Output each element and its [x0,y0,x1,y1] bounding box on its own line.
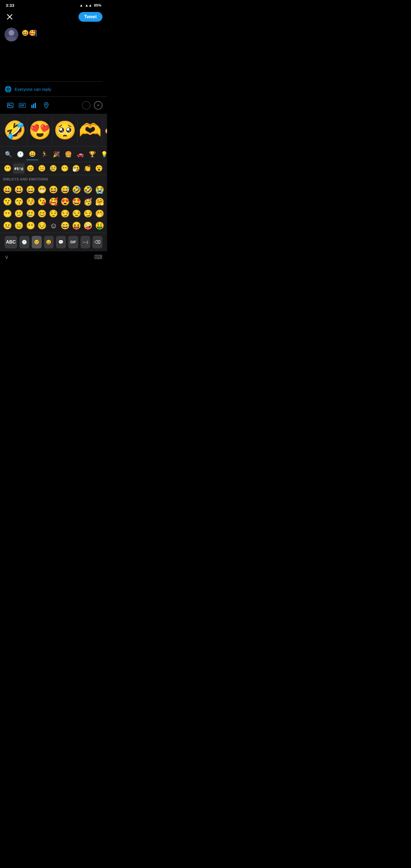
featured-emoji-1[interactable]: 🤣 [2,118,27,143]
emoji-cell[interactable]: 🤣 [82,184,94,195]
emoji-cell[interactable]: 🤪 [82,220,94,231]
recent-emoji-4[interactable]: 😑 [36,163,48,174]
emoji-cell[interactable]: 😭 [94,184,105,195]
recent-emoji-2[interactable]: #$!@ [13,163,25,174]
gif-icon[interactable]: GIF [17,100,28,111]
recent-emoji-row: 😶 #$!@ 😐 😑 😢 😶 🤧 👏 😮 [0,162,107,175]
emoji-cell[interactable]: 😙 [13,195,25,208]
svg-rect-11 [35,103,36,108]
compose-text-area[interactable]: 😆🥰 [22,28,102,78]
svg-text:GIF: GIF [20,104,25,107]
status-bar: 3:33 ▲ ▲▲ 95% [0,0,107,9]
emoji-cell[interactable]: 😃 [13,184,25,195]
featured-emoji-3[interactable]: 🥺 [53,118,77,143]
add-content-button[interactable]: + [94,101,102,110]
emoji-cell[interactable]: 😀 [2,184,13,195]
poll-icon[interactable] [29,100,40,111]
emoji-cell[interactable]: 🙂 [13,208,25,220]
featured-emoji-5[interactable]: 🐵 [103,118,107,143]
emoji-cell[interactable]: 😏 [59,208,71,220]
featured-emoji-4[interactable]: 🫶 [77,118,103,143]
animoji-keyboard-button[interactable]: 💬 [56,236,66,248]
avatar [5,28,18,41]
emoji-tab-symbols[interactable]: 💡 [98,148,107,160]
emoji-cell[interactable]: 😄 [59,220,71,231]
location-icon[interactable] [40,100,52,111]
chevron-down-icon[interactable]: ∨ [5,253,9,260]
emoji-cell[interactable]: 🥰 [48,195,59,208]
reply-setting[interactable]: 🌐 Everyone can reply [0,82,107,97]
sticker-keyboard-button[interactable]: 😀 [44,236,54,248]
emoji-cell[interactable]: 🥲 [25,208,36,220]
emoji-cell[interactable]: 😶 [25,220,36,231]
emoji-cell[interactable]: 😔 [36,220,48,231]
emoji-cell[interactable]: 🤣 [71,184,82,195]
emoji-cell[interactable]: 😚 [25,195,36,208]
emoji-tab-food[interactable]: 🍔 [62,148,74,160]
emoji-section-label: SMILEYS AND EMOTIONS [0,175,107,182]
emoji-cell[interactable]: 🥳 [82,195,94,208]
featured-emoji-2[interactable]: 😍 [27,118,53,143]
emoji-cell[interactable]: 🤩 [71,195,82,208]
recent-emoji-7[interactable]: 🤧 [70,163,82,174]
emoji-cell[interactable]: 😝 [71,220,82,231]
battery-icon: 95% [94,3,101,7]
emoji-cell[interactable]: 😆 [48,184,59,195]
emoticon-keyboard-button[interactable]: :—) [81,236,91,248]
recent-emoji-keyboard-button[interactable]: 🕐 [20,236,29,248]
emoji-cell[interactable]: 😌 [48,208,59,220]
emoji-cell[interactable]: 🤗 [94,195,105,208]
abc-keyboard-button[interactable]: ABC [5,236,17,248]
emoji-keyboard-button[interactable]: 😊 [32,236,42,248]
emoji-cell[interactable]: 😄 [25,184,36,195]
emoji-cell[interactable]: 😍 [59,195,71,208]
emoji-cell[interactable]: 😗 [2,195,13,208]
keyboard-icon[interactable]: ⌨ [94,253,102,260]
emoji-cell[interactable]: ☺️ [48,220,59,231]
recent-emoji-5[interactable]: 😢 [48,163,59,174]
svg-point-3 [8,30,14,36]
emoji-tab-travel[interactable]: 🚗 [74,148,86,160]
emoji-tab-recent[interactable]: 🕐 [14,148,26,160]
emoji-tab-activities[interactable]: 🎉 [50,148,62,160]
recent-emoji-9[interactable]: 😮 [93,163,104,174]
emoji-grid: 😀 😃 😄 😁 😆 😅 🤣 🤣 😭 😗 😙 😚 😘 🥰 😍 🤩 🥳 🤗 😶 🙂 … [0,182,107,233]
time: 3:33 [6,3,14,8]
globe-icon: 🌐 [5,86,12,93]
emoji-cell[interactable]: 😐 [2,220,13,231]
close-button[interactable] [5,12,15,22]
tweet-button[interactable]: Tweet [78,12,102,22]
text-cursor [36,30,36,36]
emoji-tab-objects[interactable]: 🏆 [86,148,98,160]
keyboard-bottom-bar: ABC 🕐 😊 😀 💬 GIF :—) ⌫ [0,233,107,251]
emoji-cell[interactable]: 😏 [82,208,94,220]
svg-rect-10 [33,104,34,108]
recent-emoji-3[interactable]: 😐 [25,163,36,174]
image-icon[interactable] [5,100,16,111]
emoji-cell[interactable]: 😁 [36,184,48,195]
char-counter [82,101,91,110]
emoji-cell[interactable]: 😊 [36,208,48,220]
recent-emoji-8[interactable]: 👏 [82,163,93,174]
emoji-cell[interactable]: 🤭 [94,208,105,220]
wifi-icon: ▲ [80,3,83,7]
nav-handle: ∨ ⌨ [0,251,107,263]
emoji-category-tabs: 🔍 🕐 😀 🏃 🎉 🍔 🚗 🏆 💡 🔣 🏴 [0,147,107,162]
emoji-tab-people[interactable]: 🏃 [38,148,50,160]
emoji-cell[interactable]: 😘 [36,195,48,208]
status-icons: ▲ ▲▲ 95% [80,3,101,7]
emoji-cell[interactable]: 😒 [71,208,82,220]
compose-toolbar: GIF + [0,97,107,114]
emoji-tab-smileys[interactable]: 😀 [26,148,38,160]
emoji-cell[interactable]: 😅 [59,184,71,195]
emoji-tab-search[interactable]: 🔍 [2,148,14,160]
compose-area: 😆🥰 [0,24,107,82]
gif-keyboard-button[interactable]: GIF [68,236,78,248]
recent-emoji-6[interactable]: 😶 [59,163,70,174]
emoji-cell[interactable]: 🤑 [94,220,105,231]
emoji-cell[interactable]: 😶 [2,208,13,220]
compose-emoji-content: 😆🥰 [22,30,36,36]
emoji-cell[interactable]: 😑 [13,220,25,231]
recent-emoji-1[interactable]: 😶 [2,163,13,174]
backspace-button[interactable]: ⌫ [92,236,102,248]
